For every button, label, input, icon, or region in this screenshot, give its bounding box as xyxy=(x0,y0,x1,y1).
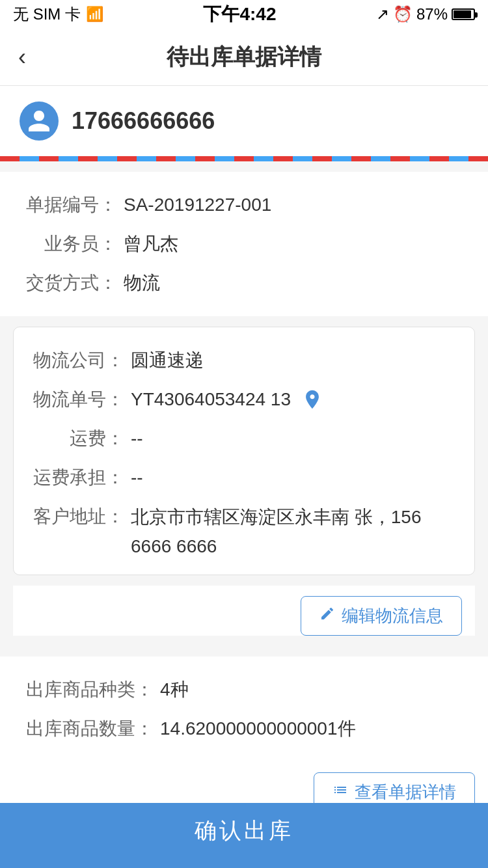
battery-label: 87% xyxy=(416,5,448,23)
user-icon xyxy=(26,108,52,134)
customer-phone: 17666666666 xyxy=(72,107,215,135)
page-title: 待出库单据详情 xyxy=(167,42,321,72)
goods-quantity-label: 出库商品数量： xyxy=(26,715,154,742)
freight-value: -- xyxy=(131,425,455,452)
goods-types-row: 出库商品种类： 4种 xyxy=(26,676,462,703)
back-button[interactable]: ‹ xyxy=(18,44,26,71)
edit-icon xyxy=(319,606,335,626)
logistics-card: 物流公司： 圆通速递 物流单号： YT43064053424 13 运费： --… xyxy=(13,327,475,575)
address-value: 北京市市辖区海淀区永丰南 张，156 6666 6666 xyxy=(131,503,455,562)
address-row: 客户地址： 北京市市辖区海淀区永丰南 张，156 6666 6666 xyxy=(33,503,455,562)
edit-logistics-button[interactable]: 编辑物流信息 xyxy=(301,596,462,636)
logistics-company-label: 物流公司： xyxy=(33,347,124,374)
carrier-label: 无 SIM 卡 xyxy=(13,4,81,25)
document-number-value: SA-20191227-001 xyxy=(124,191,462,219)
list-icon xyxy=(332,782,348,802)
sales-person-row: 业务员： 曾凡杰 xyxy=(26,230,462,258)
freight-bearer-label: 运费承担： xyxy=(33,464,124,491)
alarm-icon: ⏰ xyxy=(393,5,413,23)
status-bar: 无 SIM 卡 📶 下午4:42 ↗ ⏰ 87% xyxy=(0,0,488,29)
basic-info-card: 单据编号： SA-20191227-001 业务员： 曾凡杰 交货方式： 物流 xyxy=(0,172,488,316)
goods-types-label: 出库商品种类： xyxy=(26,676,154,703)
goods-quantity-value: 14.620000000000001件 xyxy=(160,715,462,742)
battery-icon xyxy=(452,8,475,20)
freight-bearer-row: 运费承担： -- xyxy=(33,464,455,491)
view-detail-label: 查看单据详情 xyxy=(355,781,456,804)
logistics-company-value: 圆通速递 xyxy=(131,347,455,374)
goods-types-value: 4种 xyxy=(160,676,462,703)
location-status-icon: ↗ xyxy=(376,5,389,23)
tracking-location-icon xyxy=(301,388,323,411)
tracking-number-row: 物流单号： YT43064053424 13 xyxy=(33,386,455,413)
tracking-number-value: YT43064053424 13 xyxy=(131,386,455,413)
pencil-icon xyxy=(319,606,335,621)
address-label: 客户地址： xyxy=(33,503,124,530)
document-number-row: 单据编号： SA-20191227-001 xyxy=(26,191,462,219)
status-right: ↗ ⏰ 87% xyxy=(376,5,475,23)
sales-person-label: 业务员： xyxy=(26,230,117,258)
confirm-button[interactable]: 确认出库 xyxy=(0,803,488,868)
goods-section: 出库商品种类： 4种 出库商品数量： 14.620000000000001件 xyxy=(0,657,488,762)
status-time: 下午4:42 xyxy=(203,2,276,27)
freight-label: 运费： xyxy=(33,425,124,452)
edit-btn-row: 编辑物流信息 xyxy=(13,586,475,636)
tracking-number-label: 物流单号： xyxy=(33,386,124,413)
edit-logistics-label: 编辑物流信息 xyxy=(342,604,443,627)
delivery-method-row: 交货方式： 物流 xyxy=(26,269,462,297)
delivery-method-value: 物流 xyxy=(124,269,462,297)
dashed-divider xyxy=(0,156,488,161)
document-number-label: 单据编号： xyxy=(26,191,117,219)
content-area: 17666666666 单据编号： SA-20191227-001 业务员： 曾… xyxy=(0,86,488,868)
delivery-method-label: 交货方式： xyxy=(26,269,117,297)
nav-bar: ‹ 待出库单据详情 xyxy=(0,29,488,86)
section-separator xyxy=(0,646,488,657)
freight-bearer-value: -- xyxy=(131,464,455,491)
logistics-company-row: 物流公司： 圆通速递 xyxy=(33,347,455,374)
status-left: 无 SIM 卡 📶 xyxy=(13,4,103,25)
confirm-button-label: 确认出库 xyxy=(195,816,293,846)
goods-quantity-row: 出库商品数量： 14.620000000000001件 xyxy=(26,715,462,742)
customer-section: 17666666666 xyxy=(0,86,488,156)
wifi-icon: 📶 xyxy=(86,6,103,23)
avatar xyxy=(20,102,59,141)
sales-person-value: 曾凡杰 xyxy=(124,230,462,258)
freight-row: 运费： -- xyxy=(33,425,455,452)
